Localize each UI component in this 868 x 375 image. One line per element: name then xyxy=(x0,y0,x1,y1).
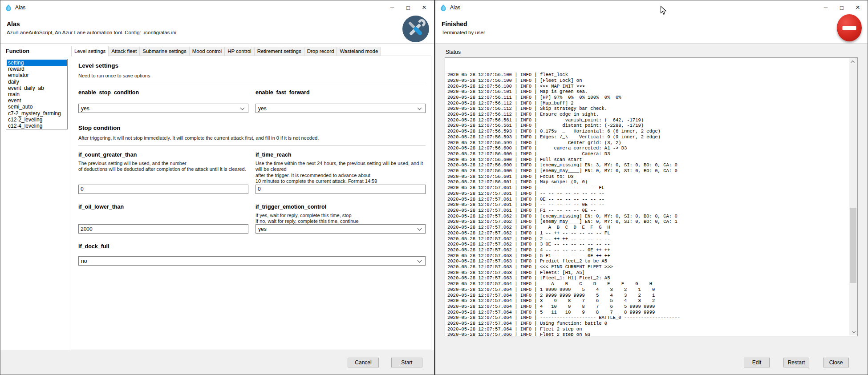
alas-status-window: Alas ─ □ × Finished Terminated by user S… xyxy=(435,0,868,375)
log-line: 2020-05-28 12:07:56.600 | INFO | Full sc… xyxy=(447,157,849,163)
field-label: if_time_reach xyxy=(256,152,426,158)
function-panel-label: Function xyxy=(6,48,68,54)
minimize-button[interactable]: ─ xyxy=(818,1,834,14)
mouse-cursor xyxy=(660,6,669,17)
log-line: 2020-05-28 12:07:57.062 | INFO | [enemy_… xyxy=(447,219,849,225)
settings-tab[interactable]: Drop record xyxy=(304,47,337,56)
if-time-reach-input[interactable] xyxy=(256,185,426,194)
window-title: Alas xyxy=(450,4,460,11)
chevron-down-icon xyxy=(240,105,245,110)
close-button[interactable]: × xyxy=(416,1,432,14)
settings-tab[interactable]: HP control xyxy=(224,47,254,56)
log-scrollbar[interactable] xyxy=(849,58,857,335)
log-line: 2020-05-28 12:07:57.064 | INFO | Fleet 2… xyxy=(447,327,849,332)
section-divider xyxy=(78,145,426,145)
close-button[interactable]: × xyxy=(850,1,866,14)
log-line: 2020-05-28 12:07:56.601 | INFO | Map swi… xyxy=(447,179,849,185)
edit-button[interactable]: Edit xyxy=(744,358,770,367)
log-line: 2020-05-28 12:07:57.064 | INFO | -------… xyxy=(447,315,849,321)
settings-tab[interactable]: Retirement settings xyxy=(254,47,304,56)
log-lines: 2020-05-28 12:07:56.100 | INFO | fleet_l… xyxy=(447,57,849,336)
function-list-item[interactable]: daily xyxy=(7,79,67,85)
field-label: enable_stop_condition xyxy=(78,89,248,96)
app-subtitle: AzurLaneAutoScript, An Azur Lane automat… xyxy=(7,30,428,35)
field-label: if_oil_lower_than xyxy=(78,204,248,210)
function-list-item[interactable]: emulator xyxy=(7,72,67,78)
start-button[interactable]: Start xyxy=(391,358,422,367)
log-output[interactable]: 2020-05-28 12:07:56.100 | INFO | fleet_l… xyxy=(445,57,858,336)
enable-fast-forward-select[interactable]: yes xyxy=(256,104,426,113)
log-line: 2020-05-28 12:07:56.101 | INFO | Map is … xyxy=(447,89,849,95)
function-list-item[interactable]: c7-2_mystery_farming xyxy=(7,110,67,117)
settings-tab[interactable]: Level settings xyxy=(71,46,109,56)
settings-tab[interactable]: Mood control xyxy=(189,47,225,56)
log-line: 2020-05-28 12:07:57.064 | INFO | 2 9999 … xyxy=(447,293,849,298)
log-line: 2020-05-28 12:07:57.063 | INFO | 5 F1 --… xyxy=(447,253,849,259)
log-line: 2020-05-28 12:07:57.064 | INFO | A B C D… xyxy=(447,281,849,287)
status-footer: Edit Restart Close xyxy=(435,350,868,375)
enable-stop-condition-select[interactable]: yes xyxy=(78,104,248,113)
scrollbar-thumb[interactable] xyxy=(850,208,856,282)
log-line: 2020-05-28 12:07:57.062 | INFO | 4 -- --… xyxy=(447,247,849,253)
settings-tab[interactable]: Attack fleet xyxy=(108,47,140,56)
section-divider xyxy=(78,83,426,83)
tab-page-level-settings: Level settings Need to run once to save … xyxy=(71,56,431,350)
scroll-up-icon[interactable] xyxy=(849,58,857,65)
if-count-greater-than-input[interactable] xyxy=(78,185,248,194)
window-title: Alas xyxy=(15,4,25,11)
window-chrome: Alas ─ □ × Finished Terminated by user xyxy=(435,0,868,44)
log-line: 2020-05-28 12:07:57.062 | INFO | 2 -- ++… xyxy=(447,236,849,242)
log-line: 2020-05-28 12:07:56.100 | INFO | [Fleet_… xyxy=(447,78,849,84)
log-line: 2020-05-28 12:07:56.600 | INFO | [enemy_… xyxy=(447,168,849,174)
maximize-button[interactable]: □ xyxy=(834,1,850,14)
log-line: 2020-05-28 12:07:57.066 | INFO | Fleet_2… xyxy=(447,332,849,336)
field-if-time-reach: if_time_reach Use the time within the ne… xyxy=(256,152,426,194)
log-line: 2020-05-28 12:07:56.100 | INFO | <<< MAP… xyxy=(447,84,849,89)
alas-config-window: Alas ─ □ × Alas AzurLaneAutoScript, An A… xyxy=(0,0,434,375)
settings-tab[interactable]: Wasteland mode xyxy=(337,47,381,56)
function-list-item[interactable]: event_daily_ab xyxy=(7,85,67,91)
log-line: 2020-05-28 12:07:57.062 | INFO | [enemy_… xyxy=(447,214,849,219)
selected-value: yes xyxy=(258,226,267,232)
log-line: 2020-05-28 12:07:57.062 | INFO | A B C D… xyxy=(447,225,849,230)
minimize-button[interactable]: ─ xyxy=(384,1,400,14)
section-desc-level-settings: Need to run once to save options xyxy=(78,73,426,78)
function-list-item[interactable]: semi_auto xyxy=(7,104,67,110)
log-line: 2020-05-28 12:07:57.063 | INFO | [Fleet_… xyxy=(447,275,849,281)
log-line: 2020-05-28 12:07:57.061 | INFO | -- -- -… xyxy=(447,191,849,197)
log-line: 2020-05-28 12:07:56.600 | INFO | camera … xyxy=(447,145,849,151)
section-title-stop-condition: Stop condition xyxy=(78,125,426,131)
log-line: 2020-05-28 12:07:57.061 | INFO | -- -- -… xyxy=(447,185,849,191)
close-run-button[interactable]: Close xyxy=(823,358,849,367)
cancel-button[interactable]: Cancel xyxy=(348,358,379,367)
log-line: 2020-05-28 12:07:56.112 | INFO | [Map_bu… xyxy=(447,101,849,106)
restart-button[interactable]: Restart xyxy=(783,358,809,367)
log-line: 2020-05-28 12:07:56.111 | INFO | [HP] 97… xyxy=(447,95,849,101)
function-panel: Function settingrewardemulatordailyevent… xyxy=(6,48,68,129)
selected-value: yes xyxy=(258,105,267,112)
chevron-down-icon xyxy=(418,105,422,110)
function-list-item[interactable]: setting xyxy=(7,60,67,66)
field-desc: If yes, wait for reply, complete this ti… xyxy=(256,213,426,225)
window-chrome: Alas ─ □ × Alas AzurLaneAutoScript, An A… xyxy=(0,0,434,44)
field-if-count-greater-than: if_count_greater_than The previous setti… xyxy=(78,152,248,194)
if-trigger-emotion-control-select[interactable]: yes xyxy=(256,224,426,234)
titlebar[interactable]: Alas ─ □ × xyxy=(0,0,434,15)
scroll-down-icon[interactable] xyxy=(849,328,857,335)
function-list-item[interactable]: c12-2_leveling xyxy=(7,117,67,123)
function-list-item[interactable]: c12-4_leveling xyxy=(7,123,67,129)
status-area: Status 2020-05-28 12:07:56.100 | INFO | … xyxy=(435,44,868,375)
log-line: 2020-05-28 12:07:57.061 | INFO | -- -- -… xyxy=(447,202,849,208)
log-line: 2020-05-28 12:07:57.062 | INFO | 3 0E --… xyxy=(447,242,849,247)
maximize-button[interactable]: □ xyxy=(400,1,416,14)
chevron-down-icon xyxy=(418,226,422,230)
function-list-item[interactable]: main xyxy=(7,91,67,97)
if-oil-lower-than-input[interactable] xyxy=(78,224,248,234)
if-dock-full-select[interactable]: no xyxy=(78,256,426,266)
function-list-item[interactable]: reward xyxy=(7,66,67,72)
titlebar[interactable]: Alas ─ □ × xyxy=(435,0,868,15)
log-line: 2020-05-28 12:07:57.064 | INFO | 5 11 10… xyxy=(447,310,849,315)
field-enable-stop-condition: enable_stop_condition yes xyxy=(78,89,248,113)
function-list-item[interactable]: event xyxy=(7,97,67,104)
settings-tab[interactable]: Submarine settings xyxy=(139,47,189,56)
